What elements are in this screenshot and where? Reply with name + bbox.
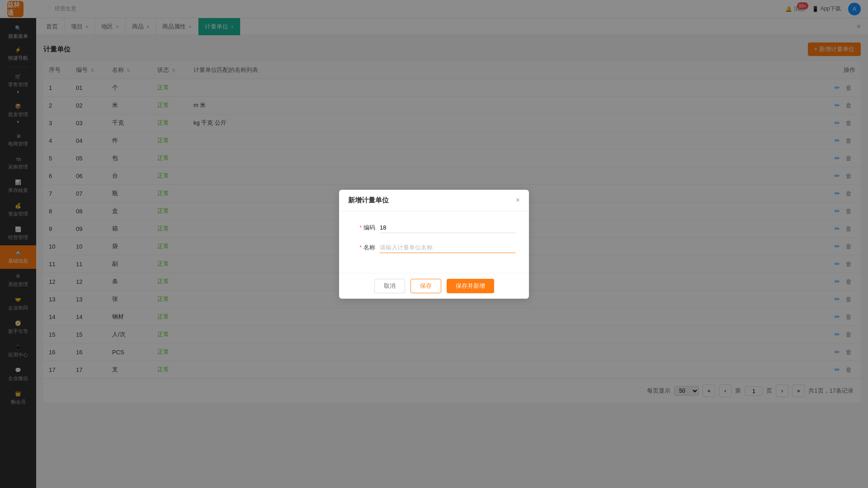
modal-header: 新增计量单位 ×: [339, 190, 529, 211]
modal-footer: 取消 保存 保存并新增: [339, 273, 529, 299]
save-button[interactable]: 保存: [410, 279, 441, 293]
app-container: 益林通 经营生意 🔔 消息 99+ 📱 App下载 A 🔍 搜索菜单: [0, 0, 868, 488]
cancel-button[interactable]: 取消: [374, 279, 405, 293]
name-input[interactable]: [380, 242, 515, 253]
code-label: 编码: [353, 224, 375, 232]
form-row-code: 编码: [353, 222, 515, 233]
add-unit-modal: 新增计量单位 × 编码 名称 取消 保存 保存并新增: [339, 190, 529, 299]
modal-overlay[interactable]: 新增计量单位 × 编码 名称 取消 保存 保存并新增: [0, 0, 868, 488]
name-label: 名称: [353, 244, 375, 252]
code-input[interactable]: [380, 222, 515, 233]
modal-close-button[interactable]: ×: [516, 196, 520, 204]
save-and-add-button[interactable]: 保存并新增: [447, 279, 494, 293]
form-row-name: 名称: [353, 242, 515, 253]
modal-title: 新增计量单位: [348, 196, 389, 205]
modal-body: 编码 名称: [339, 211, 529, 273]
